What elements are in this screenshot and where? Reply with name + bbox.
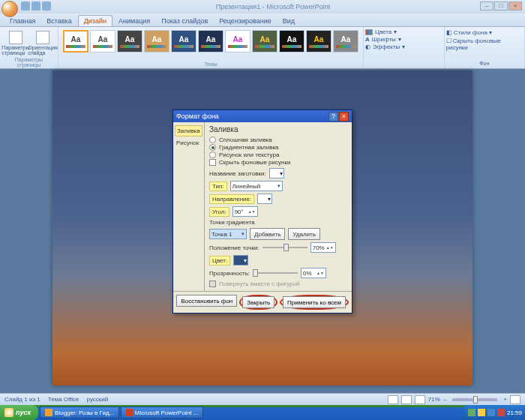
office-button[interactable] xyxy=(2,1,18,17)
group-theme-options: Цвета ▾ AШрифты ▾ ◐Эффекты ▾ xyxy=(364,27,445,68)
bg-styles-button[interactable]: ◧ Стили фона ▾ xyxy=(446,29,524,36)
minimize-button[interactable]: – xyxy=(480,2,494,10)
zoom-slider[interactable] xyxy=(452,398,497,401)
taskbar-item[interactable]: Blogger: Розы в Гид... xyxy=(40,406,119,418)
dialog-help-button[interactable]: ? xyxy=(328,112,338,122)
quick-access-toolbar xyxy=(21,2,51,10)
theme-thumb[interactable]: Aa xyxy=(306,30,332,52)
theme-fonts-button[interactable]: AШрифты ▾ xyxy=(365,36,442,43)
group-themes: Aa Aa Aa Aa Aa Aa Aa Aa Aa Aa Aa Темы xyxy=(58,27,364,68)
tab-design[interactable]: Дизайн xyxy=(78,15,112,26)
group-page-setup: Параметры страницы Ориентация слайда Пар… xyxy=(0,27,58,68)
panel-header: Заливка xyxy=(209,125,347,134)
check-rotate xyxy=(209,280,216,287)
dialog-footer: Восстановить фон Закрыть Применить ко вс… xyxy=(173,291,352,313)
ribbon: Параметры страницы Ориентация слайда Пар… xyxy=(0,27,525,69)
tab-slideshow[interactable]: Показ слайдов xyxy=(156,16,213,26)
maximize-button[interactable]: □ xyxy=(494,2,508,10)
type-dropdown[interactable]: Линейный▾ xyxy=(230,181,283,191)
direction-dropdown[interactable]: ▾ xyxy=(257,194,272,204)
remove-stop-button[interactable]: Удалить xyxy=(288,228,320,240)
tray-icon[interactable] xyxy=(497,409,505,416)
theme-thumb[interactable]: Aa xyxy=(144,30,170,52)
dialog-titlebar[interactable]: Формат фона ? × xyxy=(173,110,352,122)
normal-view-button[interactable] xyxy=(388,395,398,404)
clock[interactable]: 21:59 xyxy=(507,410,522,416)
blogger-icon xyxy=(45,409,52,416)
window-title: Презентация1 - Microsoft PowerPoint xyxy=(216,3,330,10)
dialog-nav: Заливка Рисунок xyxy=(173,122,205,291)
tab-view[interactable]: Вид xyxy=(278,16,300,26)
ribbon-tabs: Главная Вставка Дизайн Анимация Показ сл… xyxy=(0,14,525,27)
theme-thumb[interactable]: Aa xyxy=(252,30,278,52)
close-button[interactable]: × xyxy=(508,2,522,10)
theme-effects-button[interactable]: ◐Эффекты ▾ xyxy=(365,44,442,50)
zoom-value[interactable]: 71% xyxy=(428,396,440,403)
add-stop-button[interactable]: Добавить xyxy=(250,228,285,240)
position-slider[interactable] xyxy=(262,243,308,252)
start-button[interactable]: пуск xyxy=(0,405,38,420)
tab-review[interactable]: Рецензирование xyxy=(214,16,277,26)
taskbar: пуск Blogger: Розы в Гид... Microsoft Po… xyxy=(0,405,525,420)
theme-thumb[interactable]: Aa xyxy=(279,30,304,52)
radio-gradient[interactable] xyxy=(209,144,216,151)
theme-thumb[interactable]: Aa xyxy=(171,30,196,52)
stop-dropdown[interactable]: Точка 1▾ xyxy=(209,229,247,239)
nav-fill[interactable]: Заливка xyxy=(175,125,202,136)
label-angle: Угол: xyxy=(209,207,230,217)
nav-picture[interactable]: Рисунок xyxy=(175,138,202,148)
transparency-slider[interactable] xyxy=(253,268,298,278)
check-hide-bg[interactable] xyxy=(209,159,216,166)
position-spinner[interactable]: 70%▲▼ xyxy=(310,242,336,253)
windows-icon xyxy=(4,408,14,417)
qat-save-icon[interactable] xyxy=(21,2,30,10)
label-direction: Направление: xyxy=(209,194,254,204)
system-tray[interactable]: 21:59 xyxy=(465,405,525,420)
tab-insert[interactable]: Вставка xyxy=(41,16,76,26)
theme-thumb[interactable]: Aa xyxy=(198,30,224,52)
label-color: Цвет: xyxy=(209,256,230,266)
label-type: Тип: xyxy=(209,182,227,191)
page-setup-button[interactable]: Параметры страницы xyxy=(3,28,28,57)
apply-all-button[interactable]: Применить ко всем xyxy=(283,296,346,308)
tray-icon[interactable] xyxy=(488,409,495,416)
theme-thumb[interactable]: Aa xyxy=(225,30,250,52)
preset-dropdown[interactable]: ▾ xyxy=(269,168,284,178)
group-background: ◧ Стили фона ▾ ☐ Скрыть фоновые рисунки … xyxy=(445,27,526,68)
dialog-close-button[interactable]: × xyxy=(339,112,349,122)
taskbar-item[interactable]: Microsoft PowerPoint ... xyxy=(121,406,203,418)
zoom-in-button[interactable]: + xyxy=(503,396,507,403)
theme-thumb[interactable]: Aa xyxy=(90,30,116,52)
qat-undo-icon[interactable] xyxy=(32,2,40,10)
title-bar: Презентация1 - Microsoft PowerPoint – □ … xyxy=(0,0,525,14)
angle-spinner[interactable]: 90°▲▼ xyxy=(232,206,258,217)
tab-home[interactable]: Главная xyxy=(4,16,40,26)
sorter-view-button[interactable] xyxy=(401,395,412,404)
color-dropdown[interactable]: ▾ xyxy=(233,255,248,266)
reset-button[interactable]: Восстановить фон xyxy=(176,295,237,307)
radio-picture[interactable] xyxy=(209,152,216,158)
theme-thumb[interactable]: Aa xyxy=(63,30,88,52)
stops-label: Точки градиента xyxy=(209,219,347,226)
theme-colors-button[interactable]: Цвета ▾ xyxy=(365,28,442,35)
tray-icon[interactable] xyxy=(478,409,485,416)
dialog-title: Формат фона xyxy=(176,112,328,120)
theme-thumb[interactable]: Aa xyxy=(117,30,142,52)
tray-icon[interactable] xyxy=(468,409,476,416)
theme-name: Тема Office xyxy=(48,396,80,403)
language[interactable]: русский xyxy=(87,396,109,403)
tab-animation[interactable]: Анимация xyxy=(113,16,155,26)
slide-counter: Слайд 1 из 1 xyxy=(4,396,40,403)
dialog-panel: Заливка Сплошная заливка Градиентная зал… xyxy=(205,122,352,291)
powerpoint-icon xyxy=(126,409,133,416)
radio-solid[interactable] xyxy=(209,136,216,143)
close-dialog-button[interactable]: Закрыть xyxy=(242,296,274,308)
slideshow-view-button[interactable] xyxy=(415,395,425,404)
orientation-button[interactable]: Ориентация слайда xyxy=(30,28,56,57)
qat-redo-icon[interactable] xyxy=(42,2,51,10)
fit-button[interactable] xyxy=(510,395,520,404)
transparency-spinner[interactable]: 0%▲▼ xyxy=(301,268,326,278)
theme-thumb[interactable]: Aa xyxy=(333,30,358,52)
hide-bg-checkbox[interactable]: ☐ Скрыть фоновые рисунки xyxy=(446,38,524,51)
zoom-out-button[interactable]: – xyxy=(443,396,446,403)
